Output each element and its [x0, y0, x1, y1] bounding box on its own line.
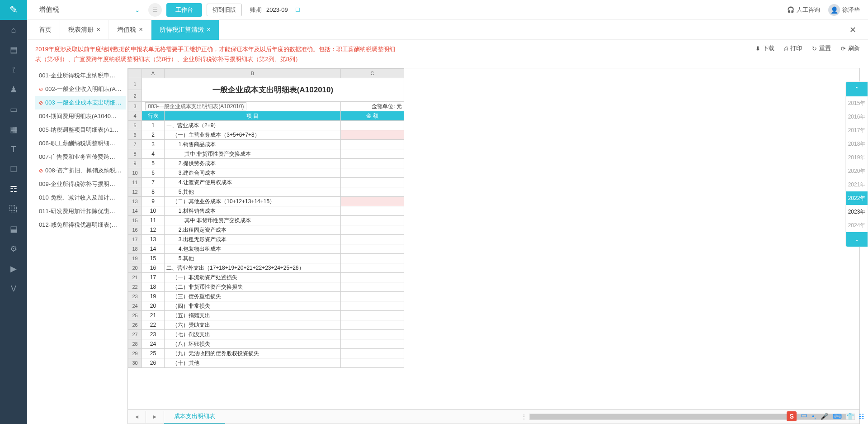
close-icon[interactable]: ✕ — [96, 27, 100, 33]
year-option[interactable]: 2017年 — [846, 124, 868, 137]
nav-bag-icon[interactable]: ♟ — [0, 80, 27, 100]
amount-cell[interactable] — [341, 339, 404, 349]
nav-chart-icon[interactable]: ⟟ — [0, 60, 27, 80]
item-cell[interactable]: （五）捐赠支出 — [165, 311, 341, 320]
nav-text-icon[interactable]: T — [0, 139, 27, 159]
row-header[interactable]: 18 — [128, 244, 142, 254]
user-menu[interactable]: 👤徐泽华 — [828, 4, 860, 16]
row-header[interactable]: 12 — [128, 187, 142, 197]
col-header[interactable]: B — [165, 69, 341, 78]
nav-copy-icon[interactable]: ⿻ — [0, 199, 27, 219]
year-option[interactable]: 2024年 — [846, 219, 868, 232]
item-cell[interactable]: （十）其他 — [165, 358, 341, 368]
tab-税表清册[interactable]: 税表清册✕ — [60, 20, 109, 40]
download-button[interactable]: ⬇下载 — [755, 44, 774, 52]
nav-gear-icon[interactable]: ⚙ — [0, 239, 27, 259]
amount-cell[interactable] — [341, 320, 404, 330]
close-icon[interactable]: ✕ — [207, 27, 211, 33]
amount-cell[interactable] — [341, 282, 404, 292]
ime-punct-icon[interactable]: •, — [812, 413, 816, 420]
row-header[interactable]: 25 — [128, 311, 142, 320]
tree-item[interactable]: 001-企业所得税年度纳税申… — [35, 69, 126, 82]
nav-window-icon[interactable]: ☐ — [0, 159, 27, 179]
ime-skin-icon[interactable]: 👕 — [846, 413, 854, 420]
amount-cell[interactable] — [341, 168, 404, 178]
year-up-button[interactable]: ⌃ — [846, 82, 868, 96]
item-cell[interactable]: （三）债务重组损失 — [165, 292, 341, 301]
calendar-icon[interactable]: ☐ — [295, 7, 300, 13]
year-option[interactable]: 2022年 — [846, 191, 868, 205]
filter-button[interactable]: ☰ — [148, 3, 162, 17]
close-icon[interactable]: ✕ — [139, 27, 143, 33]
ime-mic-icon[interactable]: 🎤 — [821, 413, 828, 420]
amount-cell[interactable] — [341, 358, 404, 368]
row-header[interactable]: 23 — [128, 292, 142, 301]
spreadsheet[interactable]: ABC1一般企业成本支出明细表(A102010)23 003-一般企业成本支出明… — [128, 68, 859, 409]
year-option[interactable]: 2015年 — [846, 96, 868, 110]
item-cell[interactable]: 3.建造合同成本 — [165, 168, 341, 178]
tax-type-dropdown[interactable]: 增值税 ⌄ — [35, 3, 144, 17]
row-header[interactable]: 13 — [128, 197, 142, 206]
item-cell[interactable]: 4.让渡资产使用权成本 — [165, 178, 341, 187]
item-cell[interactable]: 1.材料销售成本 — [165, 206, 341, 216]
item-cell[interactable]: 其中:非货币性资产交换成本 — [165, 216, 341, 225]
tree-item[interactable]: 006-职工薪酬纳税调整明细… — [35, 137, 126, 150]
row-header[interactable]: 29 — [128, 349, 142, 358]
row-header[interactable]: 5 — [128, 121, 142, 130]
item-cell[interactable]: （九）无法收回的债券股权投资损失 — [165, 349, 341, 358]
nav-form-icon[interactable]: ▦ — [0, 119, 27, 139]
row-header[interactable]: 9 — [128, 159, 142, 168]
sheet-next-icon[interactable]: ► — [146, 411, 164, 423]
row-header[interactable]: 2 — [128, 90, 142, 102]
row-header[interactable]: 24 — [128, 301, 142, 311]
amount-cell[interactable] — [341, 263, 404, 273]
amount-cell[interactable] — [341, 149, 404, 159]
ime-keyboard-icon[interactable]: ⌨ — [833, 413, 842, 420]
tree-item[interactable]: 011-研发费用加计扣除优惠… — [35, 205, 126, 218]
amount-cell[interactable] — [341, 349, 404, 358]
amount-cell[interactable] — [341, 187, 404, 197]
tab-首页[interactable]: 首页 — [31, 20, 60, 40]
item-cell[interactable]: 4.包装物出租成本 — [165, 244, 341, 254]
amount-cell[interactable] — [341, 311, 404, 320]
row-header[interactable]: 10 — [128, 168, 142, 178]
item-cell[interactable]: 2.提供劳务成本 — [165, 159, 341, 168]
row-header[interactable]: 28 — [128, 339, 142, 349]
row-header[interactable]: 15 — [128, 216, 142, 225]
reset-button[interactable]: ↻重置 — [812, 44, 831, 52]
sheet-tab[interactable]: 成本支出明细表 — [164, 410, 225, 424]
row-header[interactable]: 27 — [128, 330, 142, 339]
amount-cell[interactable] — [341, 197, 404, 206]
row-header[interactable]: 30 — [128, 358, 142, 368]
item-cell[interactable]: （七）罚没支出 — [165, 330, 341, 339]
row-header[interactable]: 16 — [128, 225, 142, 235]
col-header[interactable]: C — [341, 69, 404, 78]
nav-home-icon[interactable]: ⌂ — [0, 20, 27, 40]
amount-cell[interactable] — [341, 130, 404, 140]
amount-cell[interactable] — [341, 225, 404, 235]
row-header[interactable]: 1 — [128, 78, 142, 90]
amount-cell[interactable] — [341, 206, 404, 216]
item-cell[interactable]: 一、营业成本（2+9） — [165, 121, 341, 130]
tree-item[interactable]: 007-广告费和业务宣传费跨… — [35, 150, 126, 164]
tree-item[interactable]: 004-期间费用明细表(A1040… — [35, 110, 126, 123]
item-cell[interactable]: 5.其他 — [165, 187, 341, 197]
amount-cell[interactable] — [341, 140, 404, 149]
item-cell[interactable]: （六）赞助支出 — [165, 320, 341, 330]
year-option[interactable]: 2018年 — [846, 137, 868, 151]
year-option[interactable]: 2021年 — [846, 178, 868, 191]
item-cell[interactable]: （四）非常损失 — [165, 301, 341, 311]
row-header[interactable]: 4 — [128, 111, 142, 121]
year-option[interactable]: 2023年 — [846, 205, 868, 219]
row-header[interactable]: 7 — [128, 140, 142, 149]
sheet-prev-icon[interactable]: ◄ — [128, 411, 146, 423]
ime-lang[interactable]: 中 — [801, 412, 807, 420]
ime-brand-icon[interactable]: S — [787, 411, 797, 421]
item-cell[interactable]: 2.出租固定资产成本 — [165, 225, 341, 235]
item-cell[interactable]: （二）非货币性资产交换损失 — [165, 282, 341, 292]
amount-cell[interactable] — [341, 121, 404, 130]
row-header[interactable]: 11 — [128, 178, 142, 187]
row-header[interactable]: 22 — [128, 282, 142, 292]
amount-cell[interactable] — [341, 292, 404, 301]
nav-v-icon[interactable]: V — [0, 279, 27, 299]
